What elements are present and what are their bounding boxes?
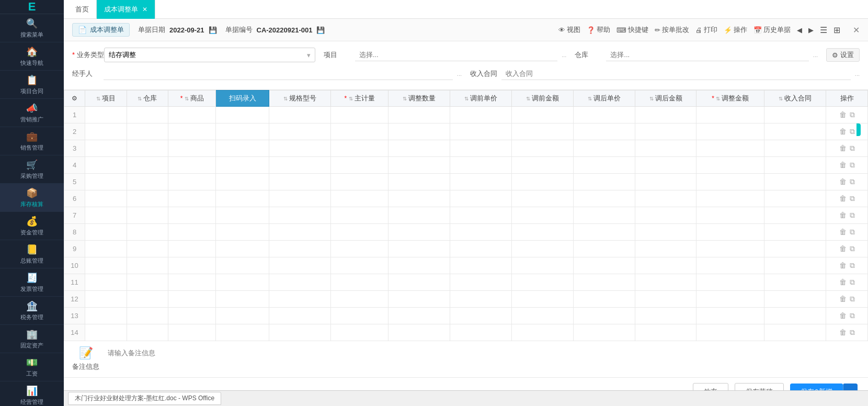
data-cell[interactable]	[696, 207, 764, 224]
data-cell[interactable]	[127, 140, 168, 157]
data-cell[interactable]	[330, 123, 388, 140]
project-dots[interactable]: ...	[562, 52, 566, 58]
data-cell[interactable]	[85, 123, 127, 140]
data-cell[interactable]	[168, 190, 216, 207]
data-cell[interactable]	[511, 274, 573, 291]
data-cell[interactable]	[696, 224, 764, 241]
data-cell[interactable]	[85, 224, 127, 241]
data-cell[interactable]	[389, 241, 450, 257]
view-action[interactable]: 👁 视图	[558, 25, 580, 35]
data-cell[interactable]	[269, 291, 331, 308]
data-cell[interactable]	[330, 324, 388, 341]
data-cell[interactable]	[127, 291, 168, 308]
data-cell[interactable]	[269, 140, 331, 157]
data-cell[interactable]	[127, 207, 168, 224]
shortcuts-action[interactable]: ⌨ 快捷键	[616, 25, 648, 35]
data-cell[interactable]	[573, 207, 635, 224]
data-cell[interactable]	[85, 241, 127, 257]
copy-icon[interactable]: ⧉	[850, 228, 855, 236]
data-cell[interactable]	[168, 324, 216, 341]
data-cell[interactable]	[635, 308, 696, 324]
data-cell[interactable]	[269, 308, 331, 324]
copy-icon[interactable]: ⧉	[850, 144, 855, 153]
data-cell[interactable]	[696, 274, 764, 291]
delete-icon[interactable]: 🗑	[839, 328, 847, 337]
data-cell[interactable]	[511, 291, 573, 308]
data-cell[interactable]	[389, 291, 450, 308]
data-cell[interactable]	[511, 207, 573, 224]
data-cell[interactable]	[127, 224, 168, 241]
copy-icon[interactable]: ⧉	[850, 328, 855, 337]
data-cell[interactable]	[573, 190, 635, 207]
data-cell[interactable]	[764, 274, 826, 291]
data-cell[interactable]	[696, 324, 764, 341]
data-cell[interactable]	[635, 157, 696, 174]
copy-icon[interactable]: ⧉	[850, 177, 855, 186]
data-cell[interactable]	[269, 157, 331, 174]
data-cell[interactable]	[269, 274, 331, 291]
delete-icon[interactable]: 🗑	[839, 177, 847, 186]
data-cell[interactable]	[511, 241, 573, 257]
sidebar-item-invoice[interactable]: 🧾 发票管理	[0, 268, 64, 297]
data-cell[interactable]	[450, 174, 512, 190]
data-cell[interactable]	[216, 224, 269, 241]
data-cell[interactable]	[450, 324, 512, 341]
data-cell[interactable]	[450, 190, 512, 207]
data-cell[interactable]	[216, 140, 269, 157]
tab-close-icon[interactable]: ✕	[142, 6, 147, 13]
data-cell[interactable]	[168, 140, 216, 157]
business-type-select[interactable]: 结存调整 ▾	[104, 48, 315, 62]
data-cell[interactable]	[764, 107, 826, 123]
split-mode-action[interactable]: ⊞	[833, 25, 840, 35]
data-cell[interactable]	[389, 224, 450, 241]
number-save-icon[interactable]: 💾	[316, 26, 325, 34]
data-cell[interactable]	[450, 257, 512, 274]
data-cell[interactable]	[511, 308, 573, 324]
sidebar-item-ledger[interactable]: 📒 总账管理	[0, 240, 64, 268]
data-cell[interactable]	[127, 157, 168, 174]
data-cell[interactable]	[85, 140, 127, 157]
data-cell[interactable]	[168, 174, 216, 190]
data-cell[interactable]	[573, 291, 635, 308]
data-cell[interactable]	[635, 190, 696, 207]
tab-cost-adjust[interactable]: 成本调整单 ✕	[97, 0, 155, 19]
data-cell[interactable]	[85, 291, 127, 308]
data-cell[interactable]	[330, 207, 388, 224]
wps-tab[interactable]: 木门行业好业财处理方案-墨红红.doc - WPS Office	[68, 392, 221, 405]
handler-dots[interactable]: ...	[457, 71, 462, 77]
data-cell[interactable]	[511, 123, 573, 140]
data-cell[interactable]	[635, 324, 696, 341]
data-cell[interactable]	[216, 174, 269, 190]
data-cell[interactable]	[330, 174, 388, 190]
copy-icon[interactable]: ⧉	[850, 244, 855, 253]
data-cell[interactable]	[450, 308, 512, 324]
data-cell[interactable]	[696, 291, 764, 308]
data-cell[interactable]	[696, 157, 764, 174]
data-cell[interactable]	[389, 308, 450, 324]
data-cell[interactable]	[511, 224, 573, 241]
data-cell[interactable]	[573, 224, 635, 241]
sidebar-item-search[interactable]: 🔍 搜索菜单	[0, 14, 64, 42]
sidebar-item-tax[interactable]: 🏦 税务管理	[0, 297, 64, 325]
float-expand-button[interactable]	[856, 123, 861, 136]
data-cell[interactable]	[635, 107, 696, 123]
data-cell[interactable]	[764, 224, 826, 241]
data-cell[interactable]	[696, 241, 764, 257]
data-cell[interactable]	[127, 257, 168, 274]
sidebar-item-operation[interactable]: 📊 经营管理	[0, 381, 64, 406]
window-close-icon[interactable]: ✕	[853, 25, 860, 35]
data-cell[interactable]	[389, 324, 450, 341]
delete-icon[interactable]: 🗑	[839, 228, 847, 236]
data-cell[interactable]	[85, 190, 127, 207]
data-cell[interactable]	[764, 123, 826, 140]
data-cell[interactable]	[511, 324, 573, 341]
data-cell[interactable]	[85, 157, 127, 174]
data-cell[interactable]	[330, 224, 388, 241]
data-cell[interactable]	[127, 274, 168, 291]
copy-icon[interactable]: ⧉	[850, 211, 855, 220]
data-cell[interactable]	[635, 123, 696, 140]
delete-icon[interactable]: 🗑	[839, 144, 847, 153]
data-cell[interactable]	[127, 190, 168, 207]
data-cell[interactable]	[573, 257, 635, 274]
data-cell[interactable]	[635, 140, 696, 157]
